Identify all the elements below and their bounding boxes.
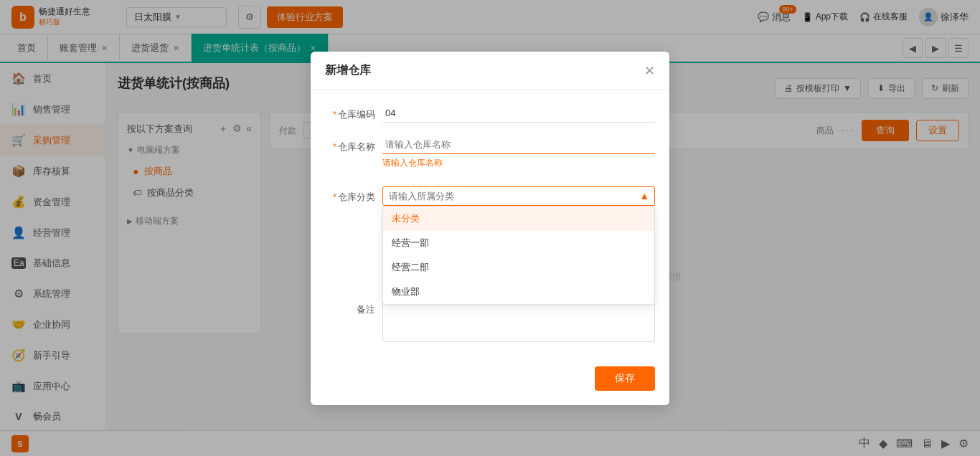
warehouse-code-row: 仓库编码: [325, 104, 655, 123]
new-warehouse-dialog: 新增仓库 ✕ 仓库编码 仓库名称 请输入仓库名称 仓库分类: [311, 52, 669, 405]
dropdown-item-dept2[interactable]: 经营二部: [383, 255, 654, 280]
warehouse-code-input[interactable]: [382, 104, 655, 123]
dialog-title: 新增仓库: [325, 63, 371, 78]
name-label: 仓库名称: [325, 136, 382, 153]
note-textarea[interactable]: [382, 299, 655, 342]
dialog-footer: 保存: [311, 366, 669, 405]
code-label: 仓库编码: [325, 104, 382, 121]
category-label: 仓库分类: [325, 186, 382, 204]
warehouse-name-row: 仓库名称 请输入仓库名称: [325, 136, 655, 169]
dialog-overlay: 新增仓库 ✕ 仓库编码 仓库名称 请输入仓库名称 仓库分类: [0, 0, 980, 456]
dialog-close-btn[interactable]: ✕: [644, 63, 655, 79]
dialog-body: 仓库编码 仓库名称 请输入仓库名称 仓库分类 ▲: [311, 90, 669, 366]
dialog-header: 新增仓库 ✕: [311, 52, 669, 90]
note-label: 备注: [325, 299, 382, 316]
category-dropdown-arrow[interactable]: ▲: [639, 190, 649, 201]
category-input[interactable]: [382, 186, 655, 206]
warehouse-name-input[interactable]: [382, 136, 655, 154]
category-dropdown-list: 未分类 经营一部 经营二部 物业部: [382, 206, 655, 305]
warehouse-note-row: 备注: [325, 299, 655, 342]
dropdown-item-dept3[interactable]: 物业部: [383, 280, 654, 304]
warehouse-category-row: 仓库分类 ▲ 未分类 经营一部 经营二部 物业部: [325, 186, 655, 206]
dropdown-item-unclassified[interactable]: 未分类: [383, 206, 654, 231]
name-error-msg: 请输入仓库名称: [382, 157, 443, 169]
category-select-wrap: ▲ 未分类 经营一部 经营二部 物业部: [382, 186, 655, 206]
dropdown-item-dept1[interactable]: 经营一部: [383, 231, 654, 255]
save-button[interactable]: 保存: [595, 366, 655, 391]
